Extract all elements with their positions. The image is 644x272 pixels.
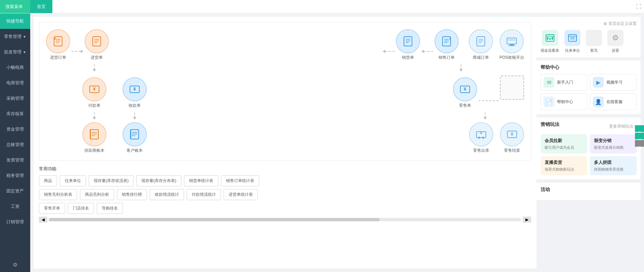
node-receipt-slip[interactable]: ¥ 收款单 [123,77,147,108]
func-btn-stock-status[interactable]: 现存量(库存状况表) [89,175,134,186]
func-btn-goods[interactable]: 商品 [39,175,57,186]
quick-icon-setting[interactable]: ⚙ 设置 [607,30,624,53]
scroll-left-btn[interactable]: ◀ [39,217,47,223]
help-item-help[interactable]: 📄 帮助中心 [541,93,587,110]
node-retail-outbound-label: 零售出库 [473,148,489,153]
help-item-video[interactable]: ▶ 视频学习 [590,74,637,91]
sidebar-item-label: 总账管理 [6,142,24,148]
expand-icon[interactable]: ⛶ [636,4,641,10]
sidebar-item-invoice[interactable]: 发票管理 [0,152,30,168]
node-retail-outbound[interactable]: 零售出库 [469,122,493,153]
customize-link[interactable]: ⚙ 首页自定义设置 [603,21,637,27]
sidebar-item-inventory[interactable]: 库存核算 [0,106,30,122]
func-btn-sales-rank[interactable]: 销售排行榜 [117,189,147,200]
activity-section: 活动 [537,183,641,200]
marketing-title: 营销玩法 [541,122,559,128]
func-btn-payment-stat[interactable]: 付款情况统计 [187,189,221,200]
quick-icons: 现金流量表 往来单位 暂无 ⚙ 设置 [541,30,637,53]
sidebar-bottom: ⚙ [0,258,30,272]
marketing-item-split-title: 裂变分销 [594,138,633,144]
right-panel: ⚙ 首页自定义设置 现金流量表 往来单位 [537,13,644,272]
marketing-item-split[interactable]: 裂变分销 裂变式发展分销商 [590,134,637,153]
help-item-video-label: 视频学习 [606,80,623,85]
node-purchase-slip[interactable]: 进货单 [85,29,109,60]
sidebar-item-general-ledger[interactable]: 总账管理 [0,137,30,152]
help-item-service[interactable]: 👤 在线客服 [590,93,637,110]
node-payment-slip[interactable]: ¥ 付款单 [82,77,106,108]
func-btn-purchase-stat[interactable]: 进货单统计表 [224,189,258,200]
search-menu[interactable]: 搜索菜单 [0,0,30,13]
node-mall-order-label: 商城订单 [473,55,489,60]
gear-icon[interactable]: ⚙ [13,262,17,268]
svg-rect-22 [508,45,515,46]
func-btn-sales-profit[interactable]: 销售毛利分析表 [39,189,77,200]
svg-rect-52 [568,35,577,41]
tab-home[interactable]: 首页 [30,0,52,13]
func-btn-receipt-stat[interactable]: 收款情况统计 [150,189,184,200]
func-btn-guide-rank[interactable]: 导购排名 [97,203,123,214]
sidebar: 快捷导航 零售管理 ▼ 批发管理 ▼ 小畅电商 电商管理 采购管理 库存核算 资… [0,13,30,272]
activity-title: 活动 [541,187,637,193]
quick-icon-cashflow-label: 现金流量表 [541,48,559,53]
flow-section: 进货订单 进货单 [39,22,531,161]
horizontal-scrollbar[interactable]: ◀ ▶ [39,217,531,223]
help-item-beginner[interactable]: ✉ 新手入门 [541,74,587,91]
func-btn-store-rank[interactable]: 门店排名 [68,203,94,214]
marketing-item-live[interactable]: 直播卖货 场景式购物新玩法 [541,156,587,175]
scroll-right-btn[interactable]: ▶ [523,217,531,223]
sidebar-item-ecom-small[interactable]: 小畅电商 [0,60,30,75]
marketing-item-split-desc: 裂变式发展分销商 [594,145,633,150]
sidebar-item-label: 固定资产 [6,188,24,194]
node-retail-slip[interactable]: ¥ 零售单 [453,77,477,108]
func-btn-goods-profit[interactable]: 商品毛利分析 [80,189,114,200]
node-purchase-order-label: 进货订单 [50,55,66,60]
node-supplier-account[interactable]: 供应商账本 [82,122,106,153]
svg-rect-20 [507,38,516,44]
sidebar-item-assets[interactable]: 固定资产 [0,183,30,199]
sidebar-item-order-mgmt[interactable]: 订销管理 [0,214,30,230]
marketing-item-group-desc: 拼团购物享受优惠 [594,167,633,172]
node-customer-account[interactable]: 客户账本 [123,122,147,153]
node-sales-slip[interactable]: 销货单 [396,29,420,60]
node-mall-order[interactable]: 商城订单 [469,29,493,60]
marketing-item-group[interactable]: 多人拼团 拼团购物享受优惠 [590,156,637,175]
func-btn-sales-stat[interactable]: 销货单统计表 [184,175,218,186]
chevron-down-icon: ▼ [23,50,26,54]
marketing-grid: 会员拉新 吸引用户成为会员 裂变分销 裂变式发展分销商 直播卖货 场景式购物新玩… [541,134,637,175]
sidebar-item-quick-nav[interactable]: 快捷导航 [0,13,30,29]
sidebar-item-label: 税务管理 [6,173,24,179]
func-btn-retail-order[interactable]: 零售开单 [39,203,65,214]
quick-access-section: ⚙ 首页自定义设置 现金流量表 往来单位 [537,17,641,57]
svg-text:¥: ¥ [511,131,513,137]
float-btn-community[interactable]: 服务社区 [635,133,644,139]
quick-icon-cashflow[interactable]: 现金流量表 [541,30,559,53]
sidebar-item-finance[interactable]: 资金管理 [0,122,30,137]
sidebar-item-tax[interactable]: 税务管理 [0,168,30,183]
node-purchase-slip-label: 进货单 [91,55,103,60]
func-row-2: 销售毛利分析表 商品毛利分析 销售排行榜 收款情况统计 付款情况统计 进货单统计… [39,189,531,200]
scroll-track[interactable] [49,218,521,221]
sidebar-item-retail[interactable]: 零售管理 ▼ [0,29,30,44]
func-btn-stock-dist[interactable]: 现存量(库存分布表) [136,175,181,186]
svg-rect-8 [404,37,412,46]
float-btn-service[interactable]: 客服热线 [635,125,644,132]
sidebar-item-salary[interactable]: 工资 [0,199,30,214]
marketing-item-member[interactable]: 会员拉新 吸引用户成为会员 [541,134,587,153]
func-btn-units[interactable]: 往来单位 [60,175,86,186]
func-btn-sales-order-stat[interactable]: 销售订单统计表 [221,175,259,186]
sidebar-item-wholesale[interactable]: 批发管理 ▼ [0,44,30,60]
units-icon-box [564,30,581,46]
node-retail-settlement[interactable]: ¥ 零售结算 [500,122,524,153]
sidebar-item-label: 订销管理 [6,219,24,225]
node-purchase-order[interactable]: 进货订单 [46,29,70,60]
sidebar-item-ecom[interactable]: 电商管理 [0,75,30,91]
sidebar-item-purchase[interactable]: 采购管理 [0,91,30,106]
float-btn-desktop[interactable]: 桌面快捷 [635,140,644,147]
quick-icon-units[interactable]: 往来单位 [564,30,581,53]
gear-icon-small: ⚙ [603,21,607,26]
node-pos-cashier[interactable]: POS收银开台 [500,29,524,60]
node-sales-order[interactable]: 销售订单 [434,29,459,60]
quick-icon-none[interactable]: 暂无 [586,30,602,53]
more-marketing-link[interactable]: 更多营销玩法 > [609,124,637,129]
help-item-beginner-label: 新手入门 [557,80,573,85]
